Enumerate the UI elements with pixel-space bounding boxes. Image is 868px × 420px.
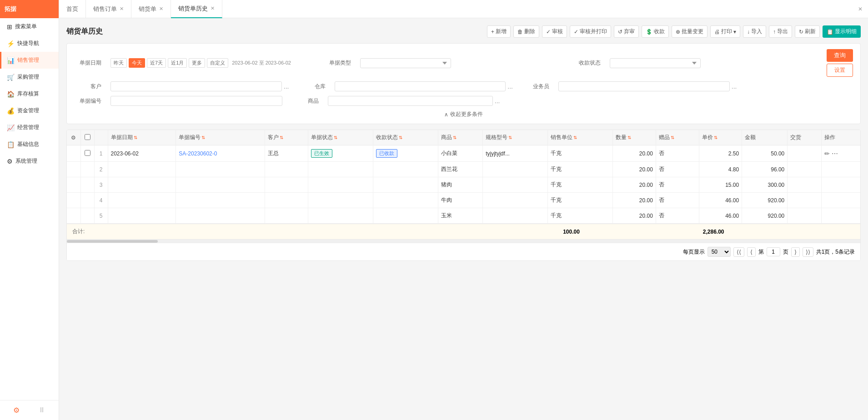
doc-type-group (360, 58, 564, 68)
more-action-icon[interactable]: ⋯ (832, 150, 838, 157)
row-checkbox[interactable] (80, 162, 94, 177)
row-checkbox[interactable] (80, 177, 94, 193)
page-number-input[interactable] (767, 247, 780, 256)
table-row: 1 2023-06-02 SA-20230602-0 王总 已生效 已收款 小白… (67, 145, 860, 162)
date-btn-yesterday[interactable]: 昨天 (110, 58, 127, 68)
collect-icon: 💲 (646, 29, 652, 35)
payment-status-select[interactable] (610, 58, 701, 68)
doc-type-select[interactable] (360, 58, 451, 68)
batch-change-button[interactable]: ⊕ 批量变更 (672, 25, 707, 38)
salesperson-input[interactable] (558, 81, 730, 91)
page-last-button[interactable]: ⟩⟩ (803, 247, 813, 257)
tab-sales-history-close[interactable]: ✕ (211, 5, 215, 11)
tab-sales-order[interactable]: 销售订单 ✕ (86, 0, 131, 18)
sales-mgmt-icon: 📊 (7, 57, 15, 64)
query-button[interactable]: 查询 (827, 49, 853, 62)
sidebar-item-finance[interactable]: 💰 资金管理 (0, 102, 59, 119)
tab-close-all[interactable]: ✕ (853, 6, 868, 12)
sidebar-item-sales-mgmt[interactable]: 📊 销售管理 (0, 52, 59, 69)
per-page-select[interactable]: 50 20 100 (707, 247, 731, 257)
tab-home[interactable]: 首页 (59, 0, 86, 18)
tab-sales-goods-close[interactable]: ✕ (159, 6, 163, 12)
col-customer[interactable]: 客户⇅ (265, 130, 308, 145)
refresh-button[interactable]: ↻ 刷新 (795, 25, 820, 38)
scroll-bar-area[interactable] (67, 239, 860, 243)
audit-button[interactable]: ✓ 审核 (542, 25, 567, 38)
col-unit[interactable]: 销售单位⇅ (548, 130, 613, 145)
row-checkbox[interactable] (80, 193, 94, 208)
sidebar-settings-icon[interactable]: ⚙ (13, 406, 20, 415)
row-check[interactable] (85, 150, 90, 156)
col-doc-status[interactable]: 单据状态⇅ (308, 130, 373, 145)
col-gift[interactable]: 赠品⇅ (656, 130, 699, 145)
row-payment-status (373, 193, 438, 208)
date-btn-more[interactable]: 更多 (189, 58, 205, 68)
audit-print-button[interactable]: ✓ 审核并打印 (570, 25, 611, 38)
discard-button[interactable]: ↺ 弃审 (614, 25, 639, 38)
page-first-button[interactable]: ⟨⟨ (733, 247, 744, 257)
salesperson-ellipsis[interactable]: ... (732, 83, 737, 90)
export-button[interactable]: ↑ 导出 (769, 25, 792, 38)
sidebar-item-search-menu[interactable]: ⊞ 搜索菜单 (0, 18, 59, 35)
row-payment-status (373, 208, 438, 224)
operations-icon: 📈 (7, 124, 15, 131)
date-btn-today[interactable]: 今天 (129, 58, 145, 68)
row-checkbox[interactable] (80, 208, 94, 224)
select-all-checkbox[interactable] (85, 134, 90, 140)
date-btn-custom[interactable]: 自定义 (207, 58, 228, 68)
page-next-button[interactable]: ⟩ (791, 247, 800, 257)
row-checkbox[interactable] (80, 145, 94, 162)
scroll-bar-thumb[interactable] (67, 240, 158, 243)
col-goods[interactable]: 商品⇅ (438, 130, 483, 145)
sidebar-item-basic-info[interactable]: 📋 基础信息 (0, 136, 59, 153)
col-doc-number[interactable]: 单据编号⇅ (176, 130, 265, 145)
goods-input[interactable] (328, 96, 493, 106)
col-unit-price[interactable]: 单价⇅ (699, 130, 742, 145)
col-doc-date[interactable]: 单据日期⇅ (108, 130, 176, 145)
goods-ellipsis[interactable]: ... (495, 97, 500, 105)
date-btn-last1month[interactable]: 近1月 (168, 58, 187, 68)
row-actions (821, 208, 860, 224)
customer-ellipsis[interactable]: ... (284, 83, 289, 90)
tab-sales-goods[interactable]: 销货单 ✕ (131, 0, 171, 18)
add-button[interactable]: + 新增 (487, 25, 511, 38)
warehouse-ellipsis[interactable]: ... (507, 83, 513, 90)
row-transaction (788, 208, 822, 224)
table-header-row: ⚙ 单据日期⇅ 单据编号⇅ 客户⇅ 单据状态⇅ 收款状态⇅ 商品⇅ 规格型号⇅ … (67, 130, 860, 145)
sidebar-item-operations[interactable]: 📈 经营管理 (0, 119, 59, 136)
collapse-button[interactable]: ∧ 收起更多条件 (74, 110, 853, 118)
row-spec (483, 193, 548, 208)
row-doc-status (308, 208, 373, 224)
sidebar-item-purchase-mgmt[interactable]: 🛒 采购管理 (0, 69, 59, 85)
show-detail-button[interactable]: 📋 显示明细 (823, 25, 861, 38)
row-actions (821, 177, 860, 193)
sidebar-item-inventory[interactable]: 🏠 库存核算 (0, 85, 59, 102)
basic-info-icon: 📋 (7, 141, 15, 148)
sidebar-item-system[interactable]: ⚙ 系统管理 (0, 153, 59, 170)
tab-sales-order-close[interactable]: ✕ (120, 6, 124, 12)
delete-button[interactable]: 🗑 删除 (513, 25, 539, 38)
print-button[interactable]: 🖨 打印 ▾ (710, 25, 740, 38)
set-button[interactable]: 设置 (827, 64, 853, 77)
tab-bar: 首页 销售订单 ✕ 销货单 ✕ 销货单历史 ✕ ✕ (59, 0, 868, 18)
doc-number-link[interactable]: SA-20230602-0 (179, 150, 217, 157)
import-button[interactable]: ↓ 导入 (743, 25, 766, 38)
tab-sales-history[interactable]: 销货单历史 ✕ (171, 0, 222, 18)
sidebar-collapse-icon[interactable]: ⏸ (38, 406, 45, 415)
customer-input[interactable] (110, 81, 282, 91)
doc-number-input[interactable] (110, 96, 282, 106)
sidebar-item-label: 基础信息 (17, 140, 39, 148)
collect-button[interactable]: 💲 收款 (642, 25, 669, 38)
page-prev-button[interactable]: ⟨ (747, 247, 756, 257)
edit-action-icon[interactable]: ✏ (824, 150, 830, 157)
row-spec (483, 208, 548, 224)
row-customer (265, 193, 308, 208)
col-payment-status[interactable]: 收款状态⇅ (373, 130, 438, 145)
col-spec[interactable]: 规格型号⇅ (483, 130, 548, 145)
sidebar-item-quick-nav[interactable]: ⚡ 快捷导航 (0, 35, 59, 52)
col-settings[interactable]: ⚙ (67, 130, 80, 145)
row-goods: 猪肉 (438, 177, 483, 193)
col-quantity[interactable]: 数量⇅ (613, 130, 656, 145)
date-btn-last7days[interactable]: 近7天 (147, 58, 166, 68)
warehouse-input[interactable] (335, 81, 506, 91)
